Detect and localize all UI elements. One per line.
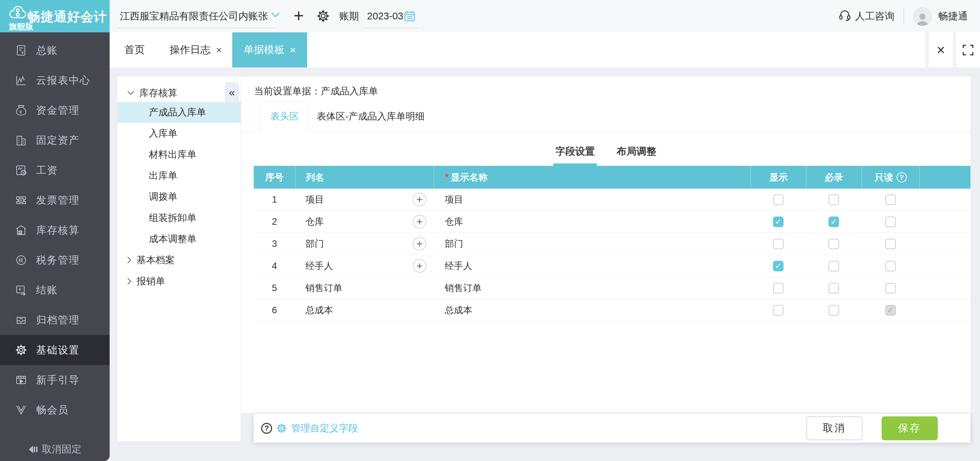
display-name-value[interactable]: 仓库 [434,216,751,228]
tree-group-basic-files[interactable]: 基本档案 [118,250,241,271]
tab-operation-log[interactable]: 操作日志 × [159,32,232,67]
display-name-value[interactable]: 销售订单 [434,282,751,294]
sidebar-item-basic-settings[interactable]: 基础设置 [0,335,110,365]
required-checkbox[interactable] [829,194,839,205]
chevron-right-icon [127,256,132,264]
sidebar-item-invoices[interactable]: ¥ 发票管理 [0,185,110,215]
show-checkbox[interactable] [773,194,784,205]
required-checkbox[interactable] [829,261,839,271]
cancel-button[interactable]: 取消 [807,416,862,440]
header-show: 显示 [751,166,806,189]
show-checkbox[interactable] [773,283,784,294]
calendar-icon[interactable] [404,10,415,23]
help-icon[interactable]: ? [897,172,907,183]
add-field-icon[interactable]: + [413,215,426,229]
collapse-panel-button[interactable]: « [225,82,239,102]
svg-text:¥: ¥ [18,287,21,292]
column-name: 经手人 [305,260,413,272]
template-tree-panel: « 库存核算 产成品入库单 入库单 材料出库单 出库单 调拨单 组装拆卸单 成本… [118,76,241,441]
period-label: 账期 [339,0,359,32]
table-row: 3 部门+ 部门 [254,233,970,255]
tree-item-finished-goods-receipt[interactable]: 产成品入库单 [118,102,241,123]
tree-item-cost-adjust[interactable]: 成本调整单 [118,229,241,250]
close-all-tabs-button[interactable]: × [926,32,953,67]
unpin-sidebar-button[interactable]: 取消固定 [0,443,110,456]
row-seq: 1 [254,194,295,205]
sidebar-item-inventory[interactable]: 库存核算 [0,215,110,245]
sidebar-item-general-ledger[interactable]: ¥ 总账 [0,35,110,65]
manual-consult-button[interactable]: 人工咨询 [839,9,894,24]
column-name: 部门 [305,238,413,250]
show-checkbox[interactable] [773,216,784,227]
building-icon [15,134,27,146]
required-checkbox[interactable] [829,216,839,227]
tree-item-receipt[interactable]: 入库单 [118,123,241,144]
display-name-value[interactable]: 项目 [434,193,751,206]
required-checkbox[interactable] [829,238,839,249]
help-icon[interactable]: ? [261,423,272,434]
tab-header-area[interactable]: 表头区 [261,101,309,132]
sidebar-item-funds[interactable]: ¥ 资金管理 [0,95,110,125]
display-name-value[interactable]: 部门 [434,238,751,250]
sidebar-item-label: 库存核算 [36,223,80,237]
sidebar-item-closing[interactable]: ¥ 结账 [0,275,110,305]
close-icon[interactable]: × [216,44,222,56]
show-checkbox[interactable] [773,261,784,271]
sidebar-item-label: 发票管理 [36,193,80,207]
add-field-icon[interactable]: + [413,259,426,273]
tab-home[interactable]: 首页 [110,32,159,67]
sidebar-item-beginner-guide[interactable]: 新手引导 [0,365,110,395]
money-bag-icon: ¥ [15,104,27,116]
readonly-checkbox[interactable] [885,283,896,294]
required-checkbox[interactable] [829,283,839,294]
tab-layout-adjust[interactable]: 布局调整 [615,138,658,166]
tab-label: 首页 [124,43,145,57]
brand-title: 畅捷通好会计 [27,8,107,25]
sidebar-item-label: 资金管理 [36,103,80,118]
fullscreen-icon[interactable] [953,32,980,67]
readonly-checkbox[interactable] [885,216,896,227]
tab-body-area[interactable]: 表体区-产成品入库单明细 [317,101,425,132]
avatar[interactable] [913,7,932,26]
readonly-checkbox[interactable] [885,238,896,249]
add-account-button[interactable]: + [294,6,304,25]
sidebar-item-member[interactable]: 畅会员 [0,395,110,425]
tree-item-transfer[interactable]: 调拨单 [118,186,241,207]
sidebar-item-fixed-assets[interactable]: 固定资产 [0,125,110,155]
sidebar-item-archive[interactable]: 归档管理 [0,305,110,335]
show-checkbox[interactable] [773,238,784,249]
tree-group-label: 基本档案 [137,254,175,267]
sidebar-item-tax[interactable]: 税 税务管理 [0,245,110,275]
tree-group-inventory[interactable]: 库存核算 [118,84,241,102]
username[interactable]: 畅捷通 [938,10,968,23]
add-field-icon[interactable]: + [413,237,426,251]
save-button[interactable]: 保存 [881,416,938,440]
template-editor-panel: 当前设置单据：产成品入库单 表头区 表体区-产成品入库单明细 字段设置 布局调整… [241,76,970,413]
sidebar-item-label: 基础设置 [36,343,80,357]
page-tabbar: 首页 操作日志 × 单据模板 × × [110,32,980,67]
manage-custom-fields-link[interactable]: 管理自定义字段 [291,422,358,435]
close-icon[interactable]: × [290,44,296,56]
required-mark: * [445,172,449,183]
sidebar-nav: ¥ 总账 云报表中心 ¥ 资金管理 固定资产 [0,32,110,461]
settings-gear-icon[interactable] [317,10,329,24]
tree-item-assembly[interactable]: 组装拆卸单 [118,207,241,229]
required-checkbox[interactable] [829,305,839,316]
display-name-value[interactable]: 总成本 [434,304,751,316]
readonly-checkbox[interactable] [885,261,896,271]
readonly-checkbox[interactable] [885,305,896,316]
payroll-icon: ¥ [15,164,27,176]
sidebar-item-cloud-reports[interactable]: 云报表中心 [0,65,110,95]
show-checkbox[interactable] [773,305,784,316]
tree-item-issue[interactable]: 出库单 [118,165,241,186]
tab-field-settings[interactable]: 字段设置 [553,138,597,166]
readonly-checkbox[interactable] [885,194,896,205]
tree-group-expense[interactable]: 报销单 [118,271,241,292]
chevron-down-icon[interactable] [270,11,281,20]
add-field-icon[interactable]: + [413,193,426,206]
tab-doc-template[interactable]: 单据模板 × [232,32,307,67]
sidebar-item-payroll[interactable]: ¥ 工资 [0,155,110,185]
company-underline [118,28,275,28]
tree-item-material-issue[interactable]: 材料出库单 [118,144,241,165]
display-name-value[interactable]: 经手人 [434,260,751,272]
